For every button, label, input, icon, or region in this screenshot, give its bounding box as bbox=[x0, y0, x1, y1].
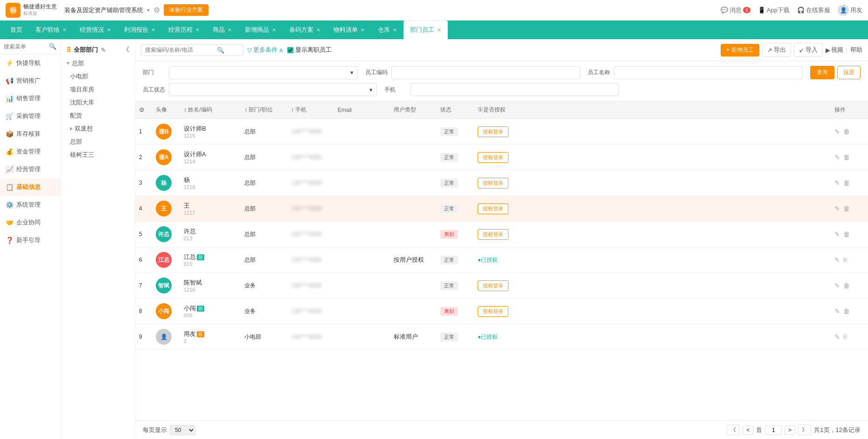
row7-edit-icon[interactable]: ✎ bbox=[834, 282, 840, 289]
add-employee-btn[interactable]: + 新增员工 bbox=[721, 44, 759, 56]
row4-edit-icon[interactable]: ✎ bbox=[834, 205, 840, 212]
col-dept[interactable]: ↕ 部门/职位 bbox=[241, 101, 287, 119]
row3-auth-btn[interactable]: 授权登录 bbox=[478, 178, 508, 188]
first-page-btn[interactable]: 《 bbox=[727, 425, 740, 435]
tab-barcode-close[interactable]: ✕ bbox=[316, 27, 320, 33]
tab-bom-close[interactable]: ✕ bbox=[361, 27, 365, 33]
tab-goods[interactable]: 商品✕ bbox=[206, 21, 238, 39]
sidebar-item-guide[interactable]: ❓ 新手引导 bbox=[0, 231, 60, 249]
import-btn[interactable]: ↙ 导入 bbox=[794, 43, 823, 57]
more-filter-btn[interactable]: ▽ 更多条件 ∧ bbox=[247, 46, 284, 54]
row1-auth-btn[interactable]: 授权登录 bbox=[478, 126, 508, 137]
sidebar-item-collab[interactable]: 🤝 企业协同 bbox=[0, 214, 60, 231]
dept-edit-icon[interactable]: ✎ bbox=[101, 47, 106, 54]
dept-collapse-btn[interactable]: 《 bbox=[123, 46, 129, 54]
row7-auth-btn[interactable]: 授权登录 bbox=[478, 280, 508, 291]
message-btn[interactable]: 💬 消息 6 bbox=[721, 6, 750, 14]
sidebar-search-input[interactable] bbox=[4, 43, 47, 50]
show-resigned-checkbox[interactable] bbox=[287, 47, 293, 53]
sidebar-item-mgmt[interactable]: 📈 经营管理 bbox=[0, 160, 60, 178]
online-service-btn[interactable]: 🎧 在线客服 bbox=[797, 6, 830, 14]
filter-phone-input[interactable] bbox=[410, 83, 618, 96]
dept-item-project[interactable]: 项目库房 bbox=[61, 83, 135, 96]
sidebar-item-purchase[interactable]: 🛒 采购管理 bbox=[0, 107, 60, 125]
show-resigned-filter[interactable]: 显示离职员工 bbox=[287, 46, 332, 54]
set-btn[interactable]: 设置 bbox=[837, 66, 861, 79]
view-btn[interactable]: ▶ 视频 bbox=[826, 46, 843, 54]
per-page-select[interactable]: 50 100 bbox=[170, 425, 195, 435]
tab-operation-close[interactable]: ✕ bbox=[107, 27, 111, 33]
row5-auth-btn[interactable]: 授权登录 bbox=[478, 229, 508, 240]
dept-item-dual[interactable]: 双废想 bbox=[61, 122, 135, 135]
last-page-btn[interactable]: 》 bbox=[798, 425, 811, 435]
tab-profit[interactable]: 利润报告✕ bbox=[118, 21, 162, 39]
tab-customer-close[interactable]: ✕ bbox=[62, 27, 67, 33]
query-btn[interactable]: 查询 bbox=[810, 66, 834, 79]
row9-edit-icon[interactable]: ✎ bbox=[834, 333, 840, 341]
row5-delete-icon[interactable]: 🗑 bbox=[843, 230, 850, 238]
tab-history-close[interactable]: ✕ bbox=[195, 27, 200, 33]
sidebar-item-finance[interactable]: 💰 资金管理 bbox=[0, 143, 60, 160]
row5-edit-icon[interactable]: ✎ bbox=[834, 230, 840, 238]
row8-edit-icon[interactable]: ✎ bbox=[834, 307, 840, 315]
tab-history[interactable]: 经营历程✕ bbox=[162, 21, 206, 39]
row2-delete-icon[interactable]: 🗑 bbox=[843, 153, 850, 161]
row2-auth-btn[interactable]: 授权登录 bbox=[478, 152, 508, 163]
sidebar-item-inventory[interactable]: 📦 库存核算 bbox=[0, 125, 60, 143]
filter-dept-select[interactable]: ▾ bbox=[169, 66, 358, 79]
filter-code-input[interactable] bbox=[391, 66, 580, 79]
dept-item-shenyang[interactable]: 沈阳大库 bbox=[61, 96, 135, 109]
col-settings[interactable]: ⚙ bbox=[135, 101, 152, 119]
tab-add-goods[interactable]: 新增商品✕ bbox=[238, 21, 283, 39]
row1-delete-icon[interactable]: 🗑 bbox=[843, 128, 850, 135]
tab-warehouse-close[interactable]: ✕ bbox=[393, 27, 397, 33]
dept-item-hq[interactable]: 总部 bbox=[61, 135, 135, 148]
col-name[interactable]: ↕ 姓名/编码 bbox=[180, 101, 241, 119]
row3-delete-icon[interactable]: 🗑 bbox=[843, 179, 850, 187]
row6-edit-icon[interactable]: ✎ bbox=[834, 256, 840, 264]
sidebar-item-sales[interactable]: 📊 销售管理 bbox=[0, 90, 60, 107]
tab-profit-close[interactable]: ✕ bbox=[151, 27, 155, 33]
tab-customer[interactable]: 客户联络✕ bbox=[29, 21, 73, 39]
tab-home[interactable]: 首页 bbox=[4, 21, 29, 39]
settings-icon[interactable]: ⚙ bbox=[153, 6, 160, 14]
sys-title-dropdown[interactable]: ▾ bbox=[147, 7, 150, 14]
tab-department-close[interactable]: ✕ bbox=[437, 27, 441, 33]
dept-item-planter[interactable]: 植树王三 bbox=[61, 148, 135, 161]
row8-delete-icon[interactable]: 🗑 bbox=[843, 307, 850, 315]
row9-copy-icon[interactable]: ⎘ bbox=[843, 333, 847, 341]
tab-operation[interactable]: 经营情况✕ bbox=[73, 21, 118, 39]
filter-name-input[interactable] bbox=[614, 66, 803, 79]
prev-page-btn[interactable]: < bbox=[743, 425, 753, 435]
tab-bom[interactable]: 物料清单✕ bbox=[327, 21, 371, 39]
row8-auth-btn[interactable]: 授权登录 bbox=[478, 306, 508, 317]
row1-edit-icon[interactable]: ✎ bbox=[834, 128, 840, 135]
sidebar-item-marketing[interactable]: 📢 营销推广 bbox=[0, 72, 60, 90]
export-btn[interactable]: ↗ 导出 bbox=[762, 43, 791, 57]
row2-edit-icon[interactable]: ✎ bbox=[834, 153, 840, 161]
sidebar-item-basic[interactable]: 📋 基础信息 bbox=[0, 178, 60, 196]
user-btn[interactable]: 👤 用友 bbox=[838, 5, 862, 16]
row7-delete-icon[interactable]: 🗑 bbox=[843, 282, 850, 289]
page-number-input[interactable] bbox=[765, 425, 782, 435]
tab-add-goods-close[interactable]: ✕ bbox=[272, 27, 276, 33]
app-download-btn[interactable]: 📱 App下载 bbox=[758, 6, 790, 14]
help-btn[interactable]: 帮助 bbox=[850, 46, 862, 54]
dept-item-delivery[interactable]: 配货 bbox=[61, 109, 135, 122]
sidebar-item-shortcut[interactable]: ⚡ 快捷导航 bbox=[0, 54, 60, 72]
next-page-btn[interactable]: > bbox=[785, 425, 795, 435]
col-phone[interactable]: ↕ 手机 bbox=[287, 101, 334, 119]
tab-goods-close[interactable]: ✕ bbox=[228, 27, 232, 33]
experience-btn[interactable]: 体验行业方案 bbox=[164, 4, 208, 16]
tab-warehouse[interactable]: 仓库✕ bbox=[371, 21, 403, 39]
tab-barcode[interactable]: 条码方案✕ bbox=[283, 21, 327, 39]
row6-copy-icon[interactable]: ⎘ bbox=[843, 256, 847, 264]
dept-item-xdept[interactable]: 小电部 bbox=[61, 70, 135, 83]
tab-department[interactable]: 部门员工✕ bbox=[403, 21, 448, 39]
dept-item-root[interactable]: 总部 bbox=[61, 57, 135, 70]
sidebar-item-system[interactable]: ⚙️ 系统管理 bbox=[0, 196, 60, 214]
filter-status-select[interactable]: ▾ bbox=[169, 83, 377, 96]
search-input[interactable] bbox=[145, 47, 215, 53]
row4-auth-btn[interactable]: 授权登录 bbox=[478, 203, 508, 214]
row3-edit-icon[interactable]: ✎ bbox=[834, 179, 840, 187]
